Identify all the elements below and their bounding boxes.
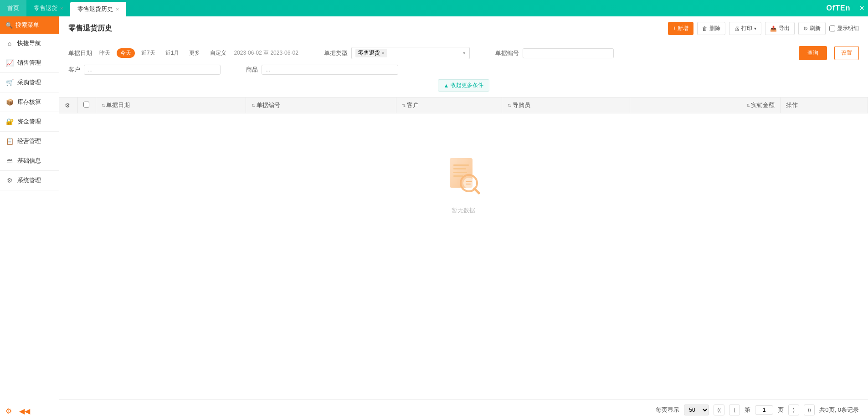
query-button[interactable]: 查询 [799,46,827,60]
table-col-checkbox[interactable] [77,97,96,113]
filter-collapse-row: ▲ 收起更多条件 [68,79,859,92]
date-filter-label: 单据日期 [68,49,92,57]
table-col-date[interactable]: ⇅ 单据日期 [96,97,246,113]
col-number-label: 单据编号 [257,102,280,108]
settings-gear-icon[interactable]: ⚙ [5,407,12,415]
date-more-btn[interactable]: 更多 [185,48,204,58]
sidebar-item-sales-label: 销售管理 [17,59,41,67]
sidebar-item-sales[interactable]: 📈 销售管理 [0,53,59,73]
page-prev-button[interactable]: ⟨ [729,405,740,415]
export-button[interactable]: 📤 导出 [765,22,795,35]
doc-type-label: 单据类型 [324,49,348,57]
table-col-amount[interactable]: ⇅ 实销金额 [630,97,781,113]
col-action-label: 操作 [786,102,798,108]
col-guide-sort-icon: ⇅ [508,103,513,108]
sidebar-item-quick-nav[interactable]: ⌂ 快捷导航 [0,34,59,53]
delete-icon: 🗑 [702,26,708,32]
empty-state-text: 暂无数据 [452,206,475,215]
date-7days-btn[interactable]: 近7天 [138,48,159,58]
page-number-input[interactable] [755,405,773,415]
tab-retail-return-history-label: 零售退货历史 [77,5,113,13]
delete-button[interactable]: 🗑 删除 [697,22,725,35]
col-amount-sort-icon: ⇅ [746,103,751,108]
page-size-select[interactable]: 50 20 100 [684,405,709,415]
customer-placeholder: ... [88,67,92,73]
empty-state: 暂无数据 [65,117,863,251]
refresh-button[interactable]: ↻ 刷新 [798,22,826,35]
table-settings-icon[interactable]: ⚙ [65,102,70,109]
window-close-button[interactable]: × [856,4,868,13]
date-1month-btn[interactable]: 近1月 [162,48,183,58]
table-col-guide[interactable]: ⇅ 导购员 [502,97,630,113]
doc-type-dropdown-icon[interactable]: ▾ [463,50,466,56]
tab-retail-return-history[interactable]: 零售退货历史 × [70,2,126,16]
sidebar-search-label: 搜索菜单 [15,21,39,29]
col-guide-label: 导购员 [513,102,530,108]
sidebar-item-operation-label: 经营管理 [17,137,41,145]
goods-input[interactable]: ... [262,65,398,75]
col-customer-sort-icon: ⇅ [402,103,407,108]
date-custom-btn[interactable]: 自定义 [206,48,230,58]
page-first-button[interactable]: ⟨⟨ [714,405,724,415]
tab-home[interactable]: 首页 [0,0,26,16]
settings-button[interactable]: 设置 [834,46,859,60]
sidebar-item-finance-label: 资金管理 [17,118,41,126]
table-col-settings[interactable]: ⚙ [59,97,77,113]
table-col-number[interactable]: ⇅ 单据编号 [246,97,396,113]
print-button-label: 打印 [741,25,752,32]
audio-icon[interactable]: ◀◀ [19,407,30,415]
basic-info-icon: 🗃 [5,157,14,165]
sidebar-item-operation[interactable]: 📋 经营管理 [0,132,59,151]
print-button[interactable]: 🖨 打印 ▾ [729,22,761,35]
pagination-bar: 每页显示 50 20 100 ⟨⟨ ⟨ 第 页 ⟩ ⟩⟩ 共0页, 0条记录 [59,400,868,420]
sidebar-item-inventory-label: 库存核算 [17,98,41,106]
table-col-customer[interactable]: ⇅ 客户 [396,97,502,113]
sidebar-search[interactable]: 🔍 搜索菜单 [0,16,59,34]
doc-type-input[interactable]: 零售退货 × ▾ [351,47,470,59]
doc-type-tag: 零售退货 × [355,49,387,57]
page-title: 零售退货历史 [68,24,112,33]
table-col-action: 操作 [781,97,868,113]
date-yesterday-btn[interactable]: 昨天 [96,48,114,58]
customer-filter-item: 客户 ... [68,65,221,75]
date-filter-buttons: 昨天 今天 近7天 近1月 更多 自定义 [96,48,230,58]
empty-state-icon [441,154,486,199]
date-filter-item: 单据日期 昨天 今天 近7天 近1月 更多 自定义 2023-06-02 至 2… [68,48,298,58]
page-size-label: 每页显示 [656,406,679,414]
data-table: ⚙ ⇅ 单据日期 ⇅ 单据编号 [59,97,868,255]
col-date-label: 单据日期 [106,102,130,108]
date-today-btn[interactable]: 今天 [117,48,135,58]
page-label: 页 [778,406,784,414]
sidebar-item-finance[interactable]: 🔐 资金管理 [0,112,59,132]
tab-retail-return[interactable]: 零售退货 × [26,0,70,16]
query-buttons: 查询 设置 [799,46,859,60]
customer-label: 客户 [68,66,80,74]
sidebar-item-purchase[interactable]: 🛒 采购管理 [0,73,59,92]
page-last-button[interactable]: ⟩⟩ [804,405,815,415]
sidebar-item-inventory[interactable]: 📦 库存核算 [0,92,59,112]
doc-number-input[interactable] [523,48,614,58]
brand-text: OfTEn [821,4,856,12]
goods-placeholder: ... [266,67,270,73]
page-header: 零售退货历史 + 新增 🗑 删除 🖨 打印 ▾ 📤 [59,16,868,97]
page-next-button[interactable]: ⟩ [788,405,799,415]
export-button-label: 导出 [779,25,790,32]
svg-rect-2 [453,168,466,169]
refresh-icon: ↻ [803,26,808,32]
doc-type-tag-close[interactable]: × [382,51,385,56]
tab-retail-return-history-close[interactable]: × [116,6,118,12]
collapse-button[interactable]: ▲ 收起更多条件 [438,79,490,92]
sidebar-item-basic-info[interactable]: 🗃 基础信息 [0,151,59,171]
show-detail-checkbox-label[interactable]: 显示明细 [829,25,859,32]
svg-rect-1 [453,164,469,166]
sidebar-item-system[interactable]: ⚙ 系统管理 [0,171,59,190]
refresh-button-label: 刷新 [810,25,821,32]
filter-row-1: 单据日期 昨天 今天 近7天 近1月 更多 自定义 2023-06-02 至 2… [68,46,859,60]
new-button[interactable]: + 新增 [668,22,693,35]
tab-home-label: 首页 [7,4,19,12]
show-detail-checkbox[interactable] [829,26,835,31]
tab-retail-return-close[interactable]: × [60,5,63,11]
empty-state-row: 暂无数据 [59,113,868,255]
table-select-all-checkbox[interactable] [83,102,89,108]
customer-input[interactable]: ... [84,65,221,75]
